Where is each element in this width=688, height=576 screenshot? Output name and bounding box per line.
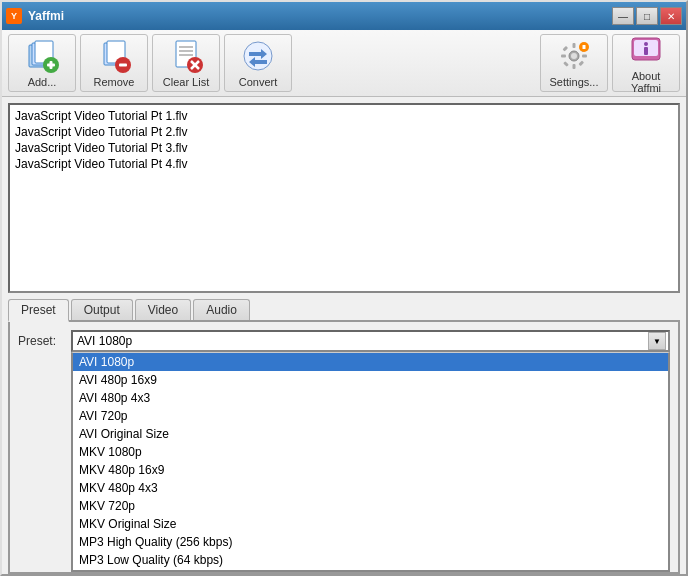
minimize-button[interactable]: —: [612, 7, 634, 25]
dropdown-item[interactable]: MKV 480p 16x9: [73, 461, 668, 479]
svg-rect-5: [50, 61, 53, 69]
svg-rect-33: [644, 47, 648, 55]
svg-rect-21: [573, 64, 576, 69]
tab-content: Preset: AVI 1080p ▼ AVI 1080pAVI 480p 16…: [8, 322, 680, 574]
tab-audio[interactable]: Audio: [193, 299, 250, 320]
dropdown-item[interactable]: MKV 480p 4x3: [73, 479, 668, 497]
list-item[interactable]: JavaScript Video Tutorial Pt 3.flv: [13, 140, 675, 156]
convert-button[interactable]: Convert: [224, 34, 292, 92]
preset-label: Preset:: [18, 334, 63, 348]
svg-rect-25: [563, 61, 569, 67]
tab-video[interactable]: Video: [135, 299, 191, 320]
title-controls: — □ ✕: [612, 7, 682, 25]
window-title: Yaffmi: [28, 9, 64, 23]
toolbar: Add... Remove: [2, 30, 686, 97]
preset-row: Preset: AVI 1080p ▼ AVI 1080pAVI 480p 16…: [18, 330, 670, 352]
dropdown-item[interactable]: MP3 Maximum Quality (320 kbps): [73, 569, 668, 572]
title-bar: Y Yaffmi — □ ✕: [2, 2, 686, 30]
dropdown-item[interactable]: AVI 720p: [73, 407, 668, 425]
about-label: About Yaffmi: [617, 70, 675, 94]
add-label: Add...: [28, 76, 57, 88]
dropdown-item[interactable]: AVI 480p 16x9: [73, 371, 668, 389]
convert-icon: [241, 39, 275, 73]
svg-point-19: [571, 53, 577, 59]
clear-list-icon: [169, 39, 203, 73]
dropdown-item[interactable]: MP3 Low Quality (64 kbps): [73, 551, 668, 569]
tabs-container: PresetOutputVideoAudio Preset: AVI 1080p…: [8, 299, 680, 574]
svg-rect-29: [583, 45, 586, 49]
svg-rect-9: [119, 63, 127, 66]
svg-rect-20: [573, 43, 576, 48]
svg-rect-24: [562, 45, 568, 51]
remove-label: Remove: [94, 76, 135, 88]
title-bar-left: Y Yaffmi: [6, 8, 64, 24]
preset-select-display[interactable]: AVI 1080p ▼: [71, 330, 670, 352]
svg-point-32: [644, 42, 648, 46]
list-item[interactable]: JavaScript Video Tutorial Pt 2.flv: [13, 124, 675, 140]
dropdown-item[interactable]: AVI 480p 4x3: [73, 389, 668, 407]
tab-preset[interactable]: Preset: [8, 299, 69, 322]
about-button[interactable]: About Yaffmi: [612, 34, 680, 92]
remove-icon: [97, 39, 131, 73]
maximize-button[interactable]: □: [636, 7, 658, 25]
dropdown-item[interactable]: MKV 720p: [73, 497, 668, 515]
about-icon: [629, 33, 663, 67]
svg-rect-22: [561, 54, 566, 57]
remove-button[interactable]: Remove: [80, 34, 148, 92]
settings-label: Settings...: [550, 76, 599, 88]
file-list[interactable]: JavaScript Video Tutorial Pt 1.flvJavaSc…: [8, 103, 680, 293]
svg-rect-27: [578, 60, 584, 66]
list-item[interactable]: JavaScript Video Tutorial Pt 4.flv: [13, 156, 675, 172]
close-button[interactable]: ✕: [660, 7, 682, 25]
preset-selected-value: AVI 1080p: [77, 334, 132, 348]
dropdown-arrow[interactable]: ▼: [648, 332, 666, 350]
app-icon: Y: [6, 8, 22, 24]
dropdown-item[interactable]: MKV Original Size: [73, 515, 668, 533]
preset-select-wrapper: AVI 1080p ▼ AVI 1080pAVI 480p 16x9AVI 48…: [71, 330, 670, 352]
list-item[interactable]: JavaScript Video Tutorial Pt 1.flv: [13, 108, 675, 124]
add-icon: [25, 39, 59, 73]
add-button[interactable]: Add...: [8, 34, 76, 92]
convert-label: Convert: [239, 76, 278, 88]
tab-output[interactable]: Output: [71, 299, 133, 320]
clear-list-button[interactable]: Clear List: [152, 34, 220, 92]
clear-list-label: Clear List: [163, 76, 209, 88]
preset-dropdown-list[interactable]: AVI 1080pAVI 480p 16x9AVI 480p 4x3AVI 72…: [71, 352, 670, 572]
settings-icon: [557, 39, 591, 73]
svg-rect-23: [582, 54, 587, 57]
dropdown-item[interactable]: AVI 1080p: [73, 353, 668, 371]
dropdown-item[interactable]: AVI Original Size: [73, 425, 668, 443]
dropdown-item[interactable]: MP3 High Quality (256 kbps): [73, 533, 668, 551]
tab-bar: PresetOutputVideoAudio: [8, 299, 680, 322]
dropdown-item[interactable]: MKV 1080p: [73, 443, 668, 461]
settings-button[interactable]: Settings...: [540, 34, 608, 92]
main-window: Y Yaffmi — □ ✕: [0, 0, 688, 576]
